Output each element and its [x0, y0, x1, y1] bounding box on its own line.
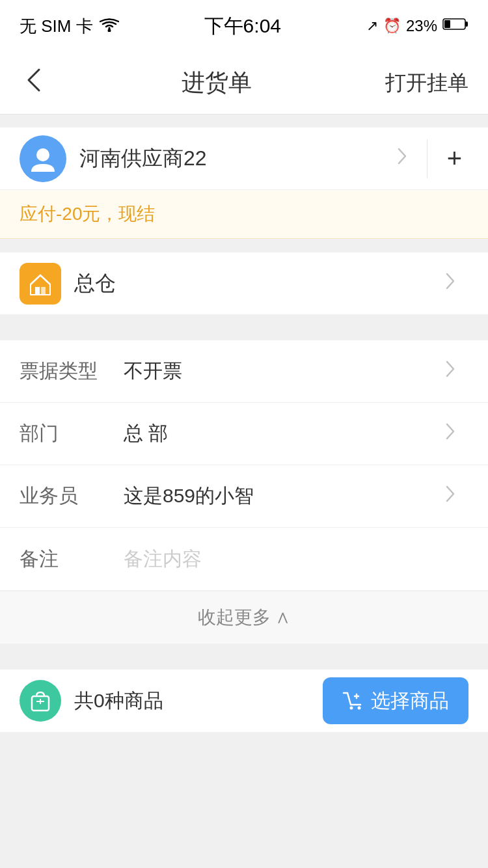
- department-label: 部门: [20, 420, 111, 447]
- vertical-divider: [427, 139, 427, 178]
- wifi-icon: [100, 16, 119, 36]
- select-product-button[interactable]: 选择商品: [323, 677, 468, 724]
- notice-text: 应付-20元，现结: [20, 204, 155, 224]
- warehouse-section: 总仓: [0, 252, 488, 314]
- supplier-chevron-icon: [397, 147, 407, 170]
- svg-rect-3: [444, 20, 450, 28]
- supplier-avatar: [20, 135, 66, 182]
- salesperson-label: 业务员: [20, 483, 111, 509]
- warehouse-name: 总仓: [74, 269, 445, 298]
- supplier-section: 河南供应商22 + 应付-20元，现结: [0, 128, 488, 239]
- carrier-label: 无 SIM 卡: [20, 15, 93, 38]
- bottom-bar: 共0种商品 选择商品: [0, 670, 488, 732]
- bill-type-row[interactable]: 票据类型 不开票: [0, 340, 488, 403]
- supplier-row[interactable]: 河南供应商22 +: [0, 128, 488, 190]
- location-icon: ↗: [366, 18, 378, 34]
- section-gap-3: [0, 314, 488, 327]
- salesperson-value: 这是859的小智: [111, 483, 445, 509]
- section-gap-2: [0, 239, 488, 252]
- warehouse-chevron-icon: [445, 272, 455, 295]
- section-gap-4: [0, 644, 488, 657]
- svg-point-0: [107, 29, 111, 32]
- bill-type-chevron-icon: [445, 360, 455, 383]
- salesperson-row[interactable]: 业务员 这是859的小智: [0, 465, 488, 528]
- supplier-name: 河南供应商22: [79, 144, 397, 173]
- status-left: 无 SIM 卡: [20, 15, 119, 38]
- remark-label: 备注: [20, 546, 111, 573]
- nav-bar: 进货单 打开挂单: [0, 52, 488, 115]
- cart-add-icon: [342, 692, 364, 710]
- notice-banner: 应付-20元，现结: [0, 190, 488, 239]
- status-time: 下午6:04: [204, 13, 281, 40]
- section-gap-1: [0, 115, 488, 128]
- battery-label: 23%: [406, 17, 437, 35]
- collapse-button[interactable]: 收起更多 ∧: [0, 591, 488, 644]
- status-bar: 无 SIM 卡 下午6:04 ↗ ⏰ 23%: [0, 0, 488, 52]
- bill-type-value: 不开票: [111, 358, 445, 385]
- warehouse-icon: [20, 263, 61, 305]
- product-count: 共0种商品: [74, 688, 323, 714]
- status-right: ↗ ⏰ 23%: [366, 17, 468, 35]
- svg-rect-2: [465, 21, 468, 27]
- svg-point-11: [358, 707, 361, 710]
- remark-input[interactable]: 备注内容: [111, 546, 468, 573]
- form-section: 票据类型 不开票 部门 总 部 业务员 这是859的小智 备注 备注内容: [0, 340, 488, 590]
- select-product-label: 选择商品: [371, 688, 449, 714]
- department-chevron-icon: [445, 422, 455, 445]
- remark-row[interactable]: 备注 备注内容: [0, 528, 488, 590]
- alarm-icon: ⏰: [383, 18, 401, 34]
- svg-rect-6: [41, 287, 46, 295]
- bill-type-label: 票据类型: [20, 358, 111, 385]
- department-row[interactable]: 部门 总 部: [0, 403, 488, 465]
- collapse-label: 收起更多 ∧: [198, 605, 291, 630]
- battery-icon: [442, 17, 468, 35]
- salesperson-chevron-icon: [445, 485, 455, 508]
- svg-rect-5: [35, 287, 40, 295]
- gray-fill-area: [0, 732, 488, 868]
- back-button[interactable]: [20, 61, 48, 105]
- add-supplier-button[interactable]: +: [434, 137, 468, 180]
- page-title: 进货单: [182, 67, 252, 99]
- warehouse-row[interactable]: 总仓: [0, 252, 488, 314]
- open-pending-button[interactable]: 打开挂单: [385, 69, 468, 98]
- product-icon: [20, 680, 61, 722]
- svg-point-10: [350, 707, 353, 710]
- svg-point-4: [36, 148, 49, 161]
- department-value: 总 部: [111, 420, 445, 447]
